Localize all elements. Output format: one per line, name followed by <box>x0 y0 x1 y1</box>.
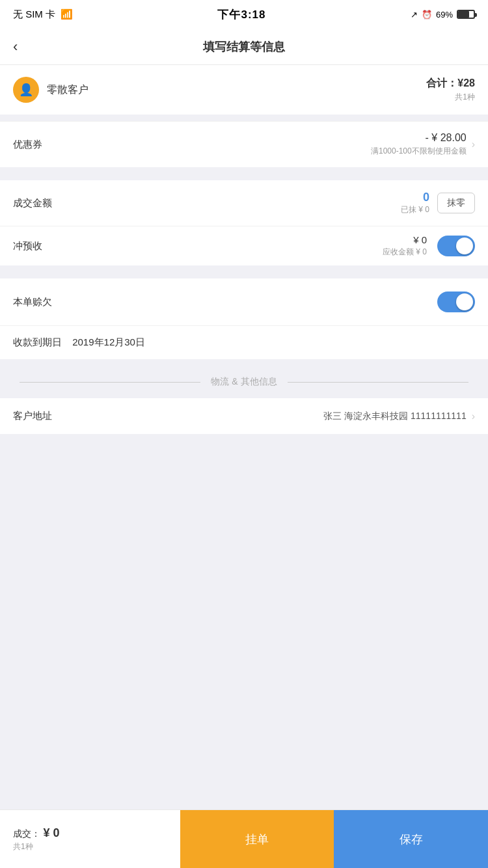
bottom-deal-amount: ¥ 0 <box>43 826 59 839</box>
divider-2 <box>0 265 488 272</box>
transaction-label: 成交金额 <box>13 197 52 210</box>
transaction-row: 成交金额 0 已抹 ¥ 0 抹零 <box>0 180 488 226</box>
page-title: 填写结算等信息 <box>203 39 285 55</box>
address-section[interactable]: 客户地址 张三 海淀永丰科技园 11111111111 › <box>0 398 488 434</box>
bottom-deal-label: 成交： <box>13 828 40 839</box>
avatar: 👤 <box>13 77 39 103</box>
hang-button[interactable]: 挂单 <box>180 810 334 869</box>
debt-label: 本单赊欠 <box>13 296 52 308</box>
status-right: ↗ ⏰ 69% <box>411 10 475 20</box>
bottom-bar: 成交： ¥ 0 共1种 挂单 保存 <box>0 809 488 868</box>
total-count: 共1种 <box>426 92 475 103</box>
due-date-value: 2019年12月30日 <box>72 336 145 347</box>
bottom-deal-count: 共1种 <box>13 841 167 852</box>
coupon-amount: - ¥ 28.00 <box>371 132 467 144</box>
customer-right: 合计：¥28 共1种 <box>426 77 475 103</box>
debt-section: 本单赊欠 收款到期日 2019年12月30日 <box>0 278 488 359</box>
customer-left: 👤 零散客户 <box>13 77 88 103</box>
logistics-section: 物流 & 其他信息 <box>0 366 488 398</box>
status-time: 下午3:18 <box>217 7 265 22</box>
customer-section: 👤 零散客户 合计：¥28 共1种 <box>0 65 488 115</box>
total-amount: 合计：¥28 <box>426 77 475 90</box>
direction-icon: ↗ <box>411 10 418 20</box>
transaction-right: 0 已抹 ¥ 0 抹零 <box>401 191 475 215</box>
no-sim-text: 无 SIM 卡 <box>13 8 55 21</box>
divider-line-left <box>20 382 200 383</box>
transaction-section: 成交金额 0 已抹 ¥ 0 抹零 冲预收 ¥ 0 应收金额 ¥ 0 <box>0 180 488 265</box>
bottom-left: 成交： ¥ 0 共1种 <box>0 826 180 852</box>
back-button[interactable]: ‹ <box>13 38 18 55</box>
advance-main-amount: ¥ 0 <box>383 234 427 245</box>
advance-amounts: ¥ 0 应收金额 ¥ 0 <box>383 234 427 258</box>
round-button[interactable]: 抹零 <box>437 193 475 213</box>
transaction-value: 0 <box>423 191 429 204</box>
nav-bar: ‹ 填写结算等信息 <box>0 29 488 65</box>
toggle-knob <box>456 237 473 254</box>
debt-toggle[interactable] <box>437 292 475 312</box>
coupon-right: - ¥ 28.00 满1000-100不限制使用金额 › <box>371 132 475 157</box>
divider-1 <box>0 174 488 180</box>
address-label: 客户地址 <box>13 410 52 422</box>
debt-toggle-knob <box>456 293 473 310</box>
address-row[interactable]: 客户地址 张三 海淀永丰科技园 11111111111 › <box>0 398 488 434</box>
address-chevron-icon: › <box>472 411 475 422</box>
save-button[interactable]: 保存 <box>334 810 488 869</box>
due-date-row: 收款到期日 2019年12月30日 <box>0 325 488 359</box>
content: 👤 零散客户 合计：¥28 共1种 优惠券 - ¥ 28.00 满1000-10… <box>0 65 488 506</box>
logistics-text: 物流 & 其他信息 <box>211 376 277 388</box>
coupon-row[interactable]: 优惠券 - ¥ 28.00 满1000-100不限制使用金额 › <box>0 121 488 167</box>
customer-name: 零散客户 <box>47 83 88 97</box>
chevron-right-icon: › <box>472 139 475 150</box>
avatar-icon: 👤 <box>19 83 33 97</box>
divider-3 <box>0 359 488 366</box>
advance-toggle[interactable] <box>437 236 475 256</box>
advance-sub-amount: 应收金额 ¥ 0 <box>383 247 427 258</box>
customer-row: 👤 零散客户 合计：¥28 共1种 <box>0 65 488 115</box>
alarm-icon: ⏰ <box>422 10 432 20</box>
divider-line-right <box>288 382 468 383</box>
due-date-label: 收款到期日 <box>13 336 62 347</box>
battery-percent: 69% <box>436 10 453 20</box>
advance-right: ¥ 0 应收金额 ¥ 0 <box>383 234 475 258</box>
wifi-icon: 📶 <box>61 8 73 20</box>
battery-icon <box>457 10 475 19</box>
debt-row: 本单赊欠 <box>0 278 488 325</box>
status-left: 无 SIM 卡 📶 <box>13 8 73 21</box>
advance-label: 冲预收 <box>13 240 42 252</box>
coupon-sub-text: 满1000-100不限制使用金额 <box>371 146 467 157</box>
advance-row: 冲预收 ¥ 0 应收金额 ¥ 0 <box>0 226 488 265</box>
coupon-section[interactable]: 优惠券 - ¥ 28.00 满1000-100不限制使用金额 › <box>0 121 488 167</box>
erased-label: 已抹 ¥ 0 <box>401 204 429 215</box>
logistics-divider: 物流 & 其他信息 <box>20 376 468 388</box>
status-bar: 无 SIM 卡 📶 下午3:18 ↗ ⏰ 69% <box>0 0 488 29</box>
address-value: 张三 海淀永丰科技园 11111111111 <box>62 411 467 422</box>
coupon-label: 优惠券 <box>13 139 42 151</box>
